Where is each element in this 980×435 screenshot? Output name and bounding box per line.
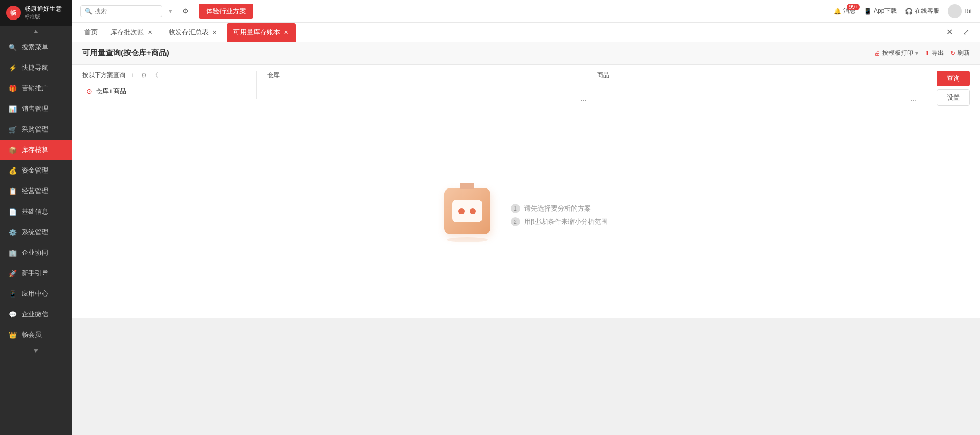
messages-button[interactable]: 🔔 消息 99+ [834,7,856,15]
sidebar-item-search[interactable]: 🔍 搜索菜单 [0,37,72,58]
product-more-icon[interactable]: ··· [910,96,916,106]
tab-home[interactable]: 首页 [80,25,102,40]
hint-1-text: 请先选择要分析的方案 [524,204,591,213]
sidebar-item-inventory[interactable]: 📦 库存核算 [0,140,72,160]
sidebar-item-vip[interactable]: 👑 畅会员 [0,325,72,345]
page-header-actions: 🖨 按模板打印 ▾ ⬆ 导出 ↻ 刷新 [874,49,970,58]
print-dropdown-icon[interactable]: ▾ [915,50,918,57]
product-field-label: 商品 [597,71,900,80]
warehouse-field: 仓库 [267,71,570,93]
tab-close-window-button[interactable]: ✕ [943,26,955,39]
sidebar-header: 畅 畅康通好生意 标准版 [0,0,72,26]
page-title: 可用量查询(按仓库+商品) [82,48,169,58]
robot-face [452,200,482,222]
empty-state-content: 1 请先选择要分析的方案 2 用[过滤]条件来缩小分析范围 [444,188,608,242]
query-area: 按以下方案查询 ＋ ⚙ 《 ⊙ 仓库+商品 仓库 ··· [72,65,980,112]
crown-icon: 👑 [8,330,17,339]
warehouse-more-icon[interactable]: ··· [581,96,587,106]
topbar-search-box[interactable]: 🔍 [80,5,162,17]
export-icon: ⬆ [924,50,930,57]
sidebar-item-enterprise[interactable]: 🏢 企业协同 [0,242,72,263]
sidebar-item-purchase[interactable]: 🛒 采购管理 [0,119,72,140]
sidebar-logo: 畅 [6,6,21,20]
sidebar-item-app-center[interactable]: 📱 应用中心 [0,283,72,304]
sidebar-item-operations[interactable]: 📋 经营管理 [0,181,72,201]
sidebar-item-new-guide[interactable]: 🚀 新手引导 [0,263,72,283]
building-icon: 🏢 [8,248,17,257]
sidebar-scroll-down[interactable]: ▼ [0,345,72,356]
topbar-search-icon: 🔍 [85,8,93,15]
tabs-right-actions: ✕ ⤢ [943,26,972,39]
product-input[interactable] [597,82,900,93]
tab-available-ledger[interactable]: 可用量库存账本 ✕ [227,23,296,42]
sidebar-item-basic-info[interactable]: 📄 基础信息 [0,201,72,222]
bell-icon: 🔔 [834,8,841,15]
doc-icon: 📄 [8,207,17,216]
settings-gear-icon[interactable]: ⚙ [178,4,193,18]
user-avatar-area[interactable]: Rit [948,4,972,18]
sidebar-subtitle: 标准版 [25,13,62,21]
rocket-icon: 🚀 [8,269,17,278]
hint-2: 2 用[过滤]条件来缩小分析范围 [511,217,608,226]
product-field: 商品 [597,71,900,93]
sidebar-item-wechat[interactable]: 💬 企业微信 [0,304,72,325]
search-input[interactable] [95,8,146,15]
settings-button[interactable]: 设置 [937,89,970,106]
query-schemes-header: 按以下方案查询 ＋ ⚙ 《 [82,71,248,80]
sidebar-item-finance[interactable]: 💰 资金管理 [0,160,72,181]
sidebar-scroll-up[interactable]: ▲ [0,26,72,37]
query-fields-area: 仓库 ··· 商品 ··· 查询 设置 [257,71,970,106]
topbar-right: 🔔 消息 99+ 📱 App下载 🎧 在线客服 Rit [834,4,972,18]
page-header: 可用量查询(按仓库+商品) 🖨 按模板打印 ▾ ⬆ 导出 ↻ 刷新 [72,42,980,65]
template-print-button[interactable]: 🖨 按模板打印 ▾ [874,49,918,58]
headset-icon: 🎧 [905,8,913,15]
add-scheme-icon[interactable]: ＋ [128,71,137,80]
collapse-icon[interactable]: 《 [151,71,159,80]
dropdown-chevron-icon[interactable]: ▾ [169,7,172,15]
hint-2-num: 2 [511,217,520,226]
main-area: 🔍 ▾ ⚙ 体验行业方案 🔔 消息 99+ 📱 App下载 🎧 在线客服 Rit [72,0,980,435]
clipboard-icon: 📋 [8,186,17,196]
query-action-buttons: 查询 设置 [937,71,970,106]
sidebar-item-marketing[interactable]: 🎁 营销推广 [0,78,72,99]
scheme-icon: ⊙ [86,87,93,96]
avatar [948,4,962,18]
messages-badge: 99+ [847,4,860,10]
app-download-button[interactable]: 📱 App下载 [864,7,897,15]
tab-maximize-button[interactable]: ⤢ [959,26,972,39]
gift-icon: 🎁 [8,84,17,93]
warehouse-field-label: 仓库 [267,71,570,80]
tab-close-receipt-summary[interactable]: ✕ [211,29,218,36]
sidebar-item-sales[interactable]: 📊 销售管理 [0,99,72,119]
empty-state-container: 1 请先选择要分析的方案 2 用[过滤]条件来缩小分析范围 [72,112,980,318]
search-icon: 🔍 [8,43,17,52]
refresh-button[interactable]: ↻ 刷新 [950,49,970,58]
trial-industry-button[interactable]: 体验行业方案 [199,4,253,19]
tab-close-inventory-batch[interactable]: ✕ [146,29,153,36]
tab-receipt-summary[interactable]: 收发存汇总表 ✕ [162,23,225,42]
sidebar-title: 畅康通好生意 [25,5,62,13]
query-button[interactable]: 查询 [937,71,970,86]
query-schemes-panel: 按以下方案查询 ＋ ⚙ 《 ⊙ 仓库+商品 [82,71,257,99]
sidebar: 畅 畅康通好生意 标准版 ▲ 🔍 搜索菜单 ⚡ 快捷导航 🎁 营销推广 📊 销售… [0,0,72,435]
tab-close-available-ledger[interactable]: ✕ [282,29,289,36]
tab-inventory-batch[interactable]: 库存批次账 ✕ [104,23,160,42]
hint-1: 1 请先选择要分析的方案 [511,204,608,213]
online-service-button[interactable]: 🎧 在线客服 [905,7,939,15]
export-button[interactable]: ⬆ 导出 [924,49,944,58]
empty-state: 1 请先选择要分析的方案 2 用[过滤]条件来缩小分析范围 [434,147,618,283]
username-label: Rit [964,8,972,15]
scheme-item-warehouse-product[interactable]: ⊙ 仓库+商品 [82,84,248,99]
warehouse-input[interactable] [267,82,570,93]
sidebar-menu: ▲ 🔍 搜索菜单 ⚡ 快捷导航 🎁 营销推广 📊 销售管理 🛒 采购管理 📦 库… [0,26,72,435]
lightning-icon: ⚡ [8,63,17,72]
settings-scheme-icon[interactable]: ⚙ [140,71,148,80]
sidebar-item-shortcut[interactable]: ⚡ 快捷导航 [0,58,72,78]
print-icon: 🖨 [874,50,880,57]
topbar: 🔍 ▾ ⚙ 体验行业方案 🔔 消息 99+ 📱 App下载 🎧 在线客服 Rit [72,0,980,23]
refresh-icon: ↻ [950,50,955,57]
box-icon: 📦 [8,145,17,155]
phone-icon: 📱 [864,8,872,15]
sidebar-item-system[interactable]: ⚙️ 系统管理 [0,222,72,242]
gear-icon: ⚙️ [8,228,17,237]
